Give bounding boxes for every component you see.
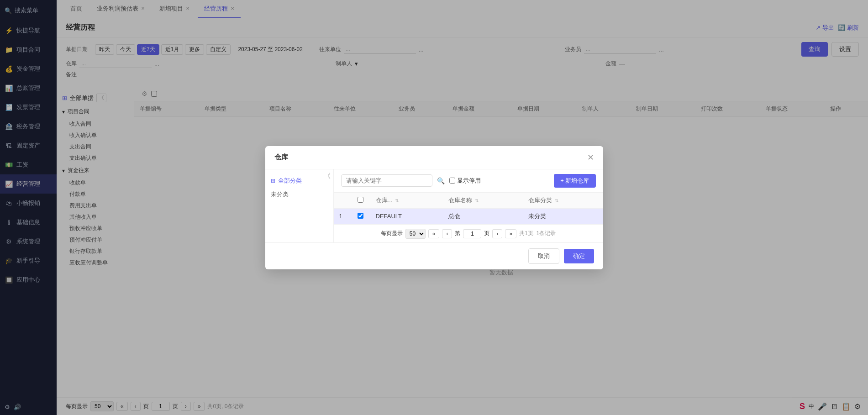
modal-toolbar: 🔍 显示停用 + 新增仓库 [334, 169, 603, 193]
modal-tree-grid-icon: ⊞ [271, 178, 275, 184]
modal-col-code: 仓库... ⇅ [370, 193, 443, 209]
modal-header: 仓库 ✕ [265, 146, 603, 169]
row-category: 未分类 [523, 208, 603, 224]
modal-table-area: 仓库... ⇅ 仓库名称 ⇅ 仓库分类 ⇅ [334, 193, 603, 225]
modal-table-header: 仓库... ⇅ 仓库名称 ⇅ 仓库分类 ⇅ [334, 193, 603, 209]
modal-search-input[interactable] [341, 174, 432, 187]
modal-last-page[interactable]: » [505, 229, 516, 238]
modal-col-num [334, 193, 352, 209]
modal-select-all[interactable] [358, 197, 363, 203]
modal-body: ⊞ 全部分类 未分类 《 🔍 显示停用 + 新增仓库 [265, 169, 603, 242]
modal-page-size-select[interactable]: 50 [405, 229, 426, 239]
modal-table: 仓库... ⇅ 仓库名称 ⇅ 仓库分类 ⇅ [334, 193, 603, 225]
modal-next-page[interactable]: › [492, 229, 502, 238]
row-name: 总仓 [443, 208, 523, 224]
warehouse-modal: 仓库 ✕ ⊞ 全部分类 未分类 《 🔍 [265, 146, 603, 269]
modal-content: 🔍 显示停用 + 新增仓库 [334, 169, 603, 242]
modal-all-category[interactable]: ⊞ 全部分类 [265, 174, 333, 188]
modal-pagination: 每页显示 50 « ‹ 第 页 › » 共1页, 1条记录 [334, 225, 603, 242]
modal-search-icon[interactable]: 🔍 [437, 177, 445, 184]
modal-col-name: 仓库名称 ⇅ [443, 193, 523, 209]
modal-total-info: 共1页, 1条记录 [519, 230, 556, 237]
sort-cat-icon: ⇅ [555, 198, 558, 203]
modal-overlay[interactable]: 仓库 ✕ ⊞ 全部分类 未分类 《 🔍 [0, 0, 868, 415]
sort-name-icon: ⇅ [475, 198, 479, 203]
modal-show-disabled-checkbox[interactable]: 显示停用 [449, 177, 481, 185]
modal-first-page[interactable]: « [428, 229, 440, 238]
modal-page-label: 第 [455, 230, 460, 237]
modal-tree: ⊞ 全部分类 未分类 《 [265, 169, 334, 242]
modal-tree-collapse-btn[interactable]: 《 [324, 172, 331, 180]
modal-close-button[interactable]: ✕ [587, 152, 594, 163]
modal-col-category: 仓库分类 ⇅ [523, 193, 603, 209]
row-code: DEFAULT [370, 208, 443, 224]
sort-code-icon: ⇅ [395, 198, 399, 203]
row-num: 1 [334, 208, 352, 224]
modal-footer: 取消 确定 [265, 242, 603, 269]
modal-title: 仓库 [274, 153, 288, 162]
confirm-button[interactable]: 确定 [564, 249, 594, 263]
row-checkbox[interactable] [352, 208, 370, 224]
modal-page-input[interactable] [463, 229, 481, 238]
modal-tree-uncategorized[interactable]: 未分类 [265, 188, 333, 201]
cancel-button[interactable]: 取消 [528, 248, 559, 264]
modal-page-label-2: 页 [484, 230, 489, 237]
add-warehouse-button[interactable]: + 新增仓库 [554, 174, 595, 188]
modal-page-size-label: 每页显示 [381, 230, 403, 237]
table-row[interactable]: 1 DEFAULT 总仓 未分类 [334, 208, 603, 224]
modal-prev-page[interactable]: ‹ [442, 229, 452, 238]
modal-col-select [352, 193, 370, 209]
